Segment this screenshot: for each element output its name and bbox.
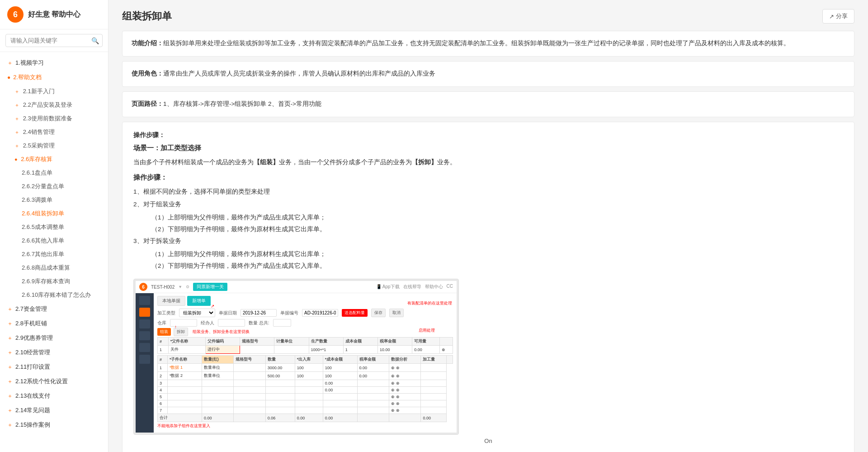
sidebar-item-cost-adjust[interactable]: 2.6.5成本调整单 xyxy=(0,220,108,234)
mini-new-btn[interactable]: 同票新增一关 xyxy=(193,283,227,291)
sidebar-item-stock-count2[interactable]: 2.6.2分量盘点单 xyxy=(0,180,108,193)
mini-nav-icon4 xyxy=(139,331,150,340)
mini-nav-icon2 xyxy=(139,308,150,317)
mini-disassembly-btn[interactable]: 拆卸 xyxy=(174,328,188,336)
mini-warehouse-field[interactable] xyxy=(170,319,197,327)
mini-date-field[interactable] xyxy=(241,309,277,317)
sidebar-item-other-in[interactable]: 2.6.6其他入库单 xyxy=(0,234,108,247)
sidebar-item-purchase[interactable]: ＋ 2.5采购管理 xyxy=(0,139,108,152)
mini-nav-icon3 xyxy=(139,319,150,328)
mini-form-row2: 仓库 经办人 数量 总共: xyxy=(157,319,453,327)
search-input[interactable] xyxy=(5,34,103,47)
scene1-ops-title: 操作步骤： xyxy=(133,173,843,182)
col-unit: 计量单位 xyxy=(274,338,309,346)
sidebar-item-faq[interactable]: ＋ 2.14常见问题 xyxy=(0,403,108,418)
role-label: 使用角色： xyxy=(132,70,163,77)
collapse-icon: ● xyxy=(7,74,10,81)
mini-date-label: 单据日期 xyxy=(219,310,237,316)
mini-bom-btn[interactable]: 送选配料量 xyxy=(342,309,368,317)
expand-icon: ＋ xyxy=(7,392,13,400)
search-icon[interactable]: 🔍 xyxy=(91,37,99,44)
sidebar-item-inventory[interactable]: ● 2.6库存核算 xyxy=(0,152,108,166)
sidebar-item-custom[interactable]: ＋ 2.12系统个性化设置 xyxy=(0,374,108,389)
ops-title: 操作步骤： xyxy=(133,131,843,139)
role-text: 通常由生产人员或库管人员完成折装业务的操作，库管人员确认原材料的出库和产成品的入… xyxy=(163,70,435,77)
sidebar-item-cost-calc[interactable]: 2.6.8商品成本重算 xyxy=(0,261,108,275)
sidebar-item-other-out[interactable]: 2.6.7其他出库单 xyxy=(0,247,108,261)
mini-left-nav xyxy=(136,293,154,433)
table-row: 6⊕ ⊗ xyxy=(158,400,453,407)
sidebar-item-coupon[interactable]: ＋ 2.9优惠券管理 xyxy=(0,331,108,345)
sidebar-item-cases[interactable]: ＋ 2.15操作案例 xyxy=(0,418,108,432)
mini-upper-table: # *父件名称 父件编码 规格型号 计量单位 生产数量 成本金额 税率金额 xyxy=(157,337,453,354)
col-cost: 成本金额 xyxy=(343,338,377,346)
sidebar-item-label: 2.11打印设置 xyxy=(15,363,50,371)
share-button[interactable]: ↗ 分享 xyxy=(822,9,854,24)
mini-assembly-btn[interactable]: 组装 xyxy=(157,328,171,336)
sidebar-item-sales[interactable]: ＋ 2.4销售管理 xyxy=(0,125,108,139)
sidebar-item-newbie[interactable]: ＋ 2.1新手入门 xyxy=(0,85,108,98)
logo-icon: 6 xyxy=(7,6,24,23)
sidebar-item-assembly[interactable]: 2.6.4组装拆卸单 xyxy=(0,207,108,220)
annotation-bom: 有装配清单的在这里处理 xyxy=(407,300,452,306)
mini-topbar: 6 TEST-H002 ▼ ⚙ 同票新增一关 📱 App下载 在线帮导 帮助中心… xyxy=(136,281,457,293)
sidebar-item-docs[interactable]: ● 2.帮助文档 ＋ 2.1新手入门 ＋ 2.2产品安装及登录 ＋ 2.3使用前… xyxy=(0,70,108,302)
sidebar-item-finance[interactable]: ＋ 2.7资金管理 xyxy=(0,302,108,316)
mini-nav-icon6 xyxy=(139,355,150,364)
sidebar-item-print[interactable]: ＋ 2.11打印设置 xyxy=(0,360,108,374)
sidebar-item-stock-query[interactable]: 2.6.9库存账本查询 xyxy=(0,275,108,288)
expand-icon: ＋ xyxy=(14,143,19,148)
mini-save-btn[interactable]: 保存 xyxy=(371,309,386,317)
content-area: 功能介绍：组装拆卸单用来处理企业组装或拆卸等加工业务，支持有固定装配清单的产品加… xyxy=(108,31,868,452)
expand-icon: ＋ xyxy=(7,363,13,371)
sidebar-item-label: 2.13在线支付 xyxy=(15,392,50,400)
col-num: # xyxy=(158,338,169,346)
annotation-type: 组装业务、拆卸业务在这里切换 xyxy=(193,329,250,335)
mini-handler-field[interactable] xyxy=(218,319,245,327)
table-row: 7⊕ ⊗ xyxy=(158,407,453,414)
screenshot-container: 6 TEST-H002 ▼ ⚙ 同票新增一关 📱 App下载 在线帮导 帮助中心… xyxy=(133,279,459,435)
sidebar-item-ops[interactable]: ＋ 2.10经营管理 xyxy=(0,345,108,360)
sidebar-item-data[interactable]: ＋ 2.3使用前数据准备 xyxy=(0,112,108,125)
mini-type-label: 加工类型 xyxy=(157,310,175,316)
mini-tab-list[interactable]: 本地单据 xyxy=(157,296,185,306)
path-label: 页面路径： xyxy=(132,100,163,107)
sidebar-item-label: 2.9优惠券管理 xyxy=(15,334,53,342)
sidebar-item-stock-count[interactable]: 2.6.1盘点单 xyxy=(0,166,108,180)
col-avail: 可用量 xyxy=(412,338,440,346)
sidebar-item-adjust[interactable]: 2.6.3调拨单 xyxy=(0,193,108,207)
col-qty: 生产数量 xyxy=(309,338,343,346)
step-3-1: （1）上部明细为父件明细，最终作为原材料生成其它出库单； xyxy=(133,249,843,260)
expand-icon: ＋ xyxy=(14,129,19,135)
sidebar-item-label: 2.7资金管理 xyxy=(15,305,47,313)
mini-tab-new[interactable]: 新增单 xyxy=(187,296,211,306)
sidebar-item-payment[interactable]: ＋ 2.13在线支付 xyxy=(0,389,108,403)
mini-logo: 6 xyxy=(139,283,147,291)
sidebar-item-label: 2.10经营管理 xyxy=(15,348,50,357)
mini-topbar-id: TEST-H002 xyxy=(151,285,175,290)
expand-icon: ＋ xyxy=(7,421,13,429)
mini-type-select[interactable]: 组装拆卸 xyxy=(179,309,215,317)
sidebar-item-mobile[interactable]: ＋ 2.8手机旺铺 xyxy=(0,316,108,331)
steps-list: 1、根据不同的业务，选择不同单据的类型来处理 2、对于组装业务 （1）上部明细为… xyxy=(133,186,843,271)
main-content: 组装拆卸单 ↗ 分享 功能介绍：组装拆卸单用来处理企业组装或拆卸等加工业务，支持… xyxy=(108,0,868,452)
sidebar-item-stock-err[interactable]: 2.6.10库存账本错了怎么办 xyxy=(0,288,108,302)
func-intro-block: 功能介绍：组装拆卸单用来处理企业组装或拆卸等加工业务，支持有固定装配清单的产品加… xyxy=(122,31,854,57)
step-2-1: （1）上部明细为父件明细，最终作为产成品生成其它入库单； xyxy=(133,212,843,223)
steps-area: 操作步骤： 场景一：加工类型选择 当由多个子件材料组装成一个成品的业务为【组装】… xyxy=(122,122,854,452)
table-row: 5⊕ ⊗ xyxy=(158,394,453,400)
sidebar-item-install[interactable]: ＋ 2.2产品安装及登录 xyxy=(0,98,108,112)
expand-icon: ＋ xyxy=(7,349,13,357)
expand-icon: ＋ xyxy=(7,59,13,67)
sidebar-item-label: 2.12系统个性化设置 xyxy=(15,377,68,385)
mini-no-field[interactable] xyxy=(302,309,338,317)
mini-ui: 6 TEST-H002 ▼ ⚙ 同票新增一关 📱 App下载 在线帮导 帮助中心… xyxy=(136,281,457,433)
mini-body: 本地单据 新增单 加工类型 组装拆卸 单据日期 xyxy=(136,293,457,433)
mini-qty-field[interactable] xyxy=(273,319,291,327)
sidebar-item-video[interactable]: ＋ 1.视频学习 xyxy=(0,56,108,70)
step-1: 1、根据不同的业务，选择不同单据的类型来处理 xyxy=(133,186,843,197)
mini-cancel-btn[interactable]: 取消 xyxy=(389,309,404,317)
expand-icon: ＋ xyxy=(14,89,19,94)
step-2-2: （2）下部明细为子件明细，最终作为原材料生成其它出库单。 xyxy=(133,224,843,235)
on-label: On xyxy=(133,438,843,444)
